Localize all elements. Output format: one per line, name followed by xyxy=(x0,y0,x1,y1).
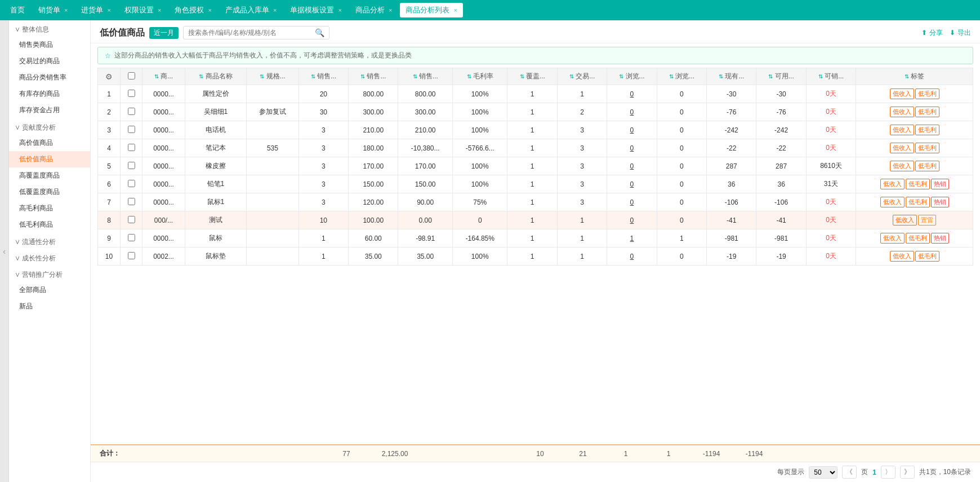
sidebar-item-低毛利商品[interactable]: 低毛利商品 xyxy=(9,216,90,233)
row-checkbox[interactable] xyxy=(128,108,135,115)
sidebar-item-新品[interactable]: 新品 xyxy=(9,298,90,315)
row-checkbox[interactable] xyxy=(128,180,135,187)
nav-close-icon[interactable]: × xyxy=(156,7,161,14)
col-header-sale_amount[interactable]: ⇅ 销售... xyxy=(349,68,398,85)
cell-view1[interactable]: 0 xyxy=(607,139,657,157)
search-box[interactable]: 🔍 xyxy=(183,26,329,39)
nav-close-icon[interactable]: × xyxy=(271,7,277,14)
cell-checkbox[interactable] xyxy=(120,193,142,211)
cell-checkbox[interactable] xyxy=(120,85,142,103)
cell-view1[interactable]: 0 xyxy=(607,193,657,211)
nav-item-首页[interactable]: 首页 xyxy=(5,3,30,17)
col-header-spec[interactable]: ⇅ 规格... xyxy=(247,68,299,85)
cell-view1[interactable]: 0 xyxy=(607,121,657,139)
col-header-saleable[interactable]: ⇅ 可销... xyxy=(806,68,856,85)
sidebar-item-库存资金占用[interactable]: 库存资金占用 xyxy=(9,102,90,118)
sidebar-item-高价值商品[interactable]: 高价值商品 xyxy=(9,135,90,151)
nav-item-进货单[interactable]: 进货单 × xyxy=(75,3,116,17)
nav-item-商品分析[interactable]: 商品分析 × xyxy=(350,3,398,17)
row-checkbox[interactable] xyxy=(128,234,135,241)
col-header-margin[interactable]: ⇅ 毛利率 xyxy=(452,68,507,85)
row-checkbox[interactable] xyxy=(128,144,135,151)
nav-close-icon[interactable]: × xyxy=(336,7,341,14)
col-header-current_stock[interactable]: ⇅ 现有... xyxy=(707,68,756,85)
cell-view1[interactable]: 0 xyxy=(607,103,657,121)
settings-icon[interactable]: ⚙ xyxy=(105,72,113,81)
nav-item-销货单[interactable]: 销货单 × xyxy=(33,3,73,17)
sidebar-item-交易过的商品[interactable]: 交易过的商品 xyxy=(9,53,90,69)
nav-item-角色授权[interactable]: 角色授权 × xyxy=(169,3,217,17)
nav-close-icon[interactable]: × xyxy=(206,7,211,14)
sidebar-item-销售类商品[interactable]: 销售类商品 xyxy=(9,37,90,53)
col-header-settings[interactable]: ⚙ xyxy=(98,68,121,85)
nav-item-权限设置[interactable]: 权限设置 × xyxy=(119,3,167,17)
search-input[interactable] xyxy=(188,29,313,37)
nav-close-icon[interactable]: × xyxy=(452,7,457,14)
sidebar-group[interactable]: ∨ 营销推广分析 xyxy=(9,266,90,282)
sidebar-group[interactable]: ∨ 流通性分析 xyxy=(9,233,90,249)
sidebar-collapse-btn[interactable]: ‹ xyxy=(0,20,9,482)
sidebar-item-高覆盖度商品[interactable]: 高覆盖度商品 xyxy=(9,167,90,184)
col-header-sale_qty[interactable]: ⇅ 销售... xyxy=(299,68,348,85)
col-header-checkbox[interactable] xyxy=(120,68,142,85)
row-checkbox[interactable] xyxy=(128,252,135,259)
sidebar-item-有库存的商品[interactable]: 有库存的商品 xyxy=(9,86,90,102)
cell-view1[interactable]: 0 xyxy=(607,175,657,193)
sidebar-item-商品分类销售率[interactable]: 商品分类销售率 xyxy=(9,69,90,86)
view1-link[interactable]: 0 xyxy=(630,108,634,116)
share-btn[interactable]: ⬆ 分享 xyxy=(921,28,943,38)
cell-checkbox[interactable] xyxy=(120,247,142,266)
row-checkbox[interactable] xyxy=(128,126,135,133)
view1-link[interactable]: 0 xyxy=(630,198,634,206)
view1-link[interactable]: 0 xyxy=(630,216,634,224)
per-page-select[interactable]: 50 100 200 xyxy=(809,466,838,479)
cell-checkbox[interactable] xyxy=(120,103,142,121)
view1-link[interactable]: 1 xyxy=(630,235,634,242)
cell-view1[interactable]: 0 xyxy=(607,211,657,229)
sidebar-item-低价值商品[interactable]: 低价值商品 xyxy=(9,151,90,167)
col-header-tags[interactable]: ⇅ 标签 xyxy=(856,68,973,85)
col-header-trade[interactable]: ⇅ 交易... xyxy=(557,68,607,85)
cell-checkbox[interactable] xyxy=(120,211,142,229)
col-header-view2[interactable]: ⇅ 浏览... xyxy=(657,68,706,85)
cell-view1[interactable]: 0 xyxy=(607,247,657,266)
sidebar-group[interactable]: ∨ 成长性分析 xyxy=(9,249,90,266)
cell-view1[interactable]: 0 xyxy=(607,157,657,175)
sidebar-group[interactable]: ∨ 贡献度分析 xyxy=(9,118,90,135)
col-header-view1[interactable]: ⇅ 浏览... xyxy=(607,68,657,85)
search-icon[interactable]: 🔍 xyxy=(315,28,324,37)
col-header-available[interactable]: ⇅ 可用... xyxy=(756,68,806,85)
row-checkbox[interactable] xyxy=(128,198,135,205)
last-page-btn[interactable]: 》 xyxy=(900,466,915,479)
nav-item-单据模板设置[interactable]: 单据模板设置 × xyxy=(284,3,347,17)
cell-view1[interactable]: 0 xyxy=(607,85,657,103)
cell-checkbox[interactable] xyxy=(120,121,142,139)
sidebar-item-全部商品[interactable]: 全部商品 xyxy=(9,282,90,298)
next-page-btn[interactable]: 〉 xyxy=(881,466,896,479)
cell-checkbox[interactable] xyxy=(120,157,142,175)
nav-close-icon[interactable]: × xyxy=(387,7,392,14)
view1-link[interactable]: 0 xyxy=(630,144,634,152)
col-header-code[interactable]: ⇅ 商... xyxy=(142,68,185,85)
view1-link[interactable]: 0 xyxy=(630,253,634,260)
sidebar-item-低覆盖度商品[interactable]: 低覆盖度商品 xyxy=(9,184,90,200)
nav-close-icon[interactable]: × xyxy=(63,7,68,14)
row-checkbox[interactable] xyxy=(128,162,135,169)
cell-checkbox[interactable] xyxy=(120,139,142,157)
filter-tag[interactable]: 近一月 xyxy=(149,27,179,39)
select-all-checkbox[interactable] xyxy=(128,72,135,79)
sidebar-group[interactable]: ∨ 整体信息 xyxy=(9,20,90,37)
cell-view1[interactable]: 1 xyxy=(607,229,657,247)
view1-link[interactable]: 0 xyxy=(630,90,634,98)
view1-link[interactable]: 0 xyxy=(630,180,634,188)
view1-link[interactable]: 0 xyxy=(630,162,634,170)
col-header-name[interactable]: ⇅ 商品名称 xyxy=(185,68,247,85)
cell-checkbox[interactable] xyxy=(120,175,142,193)
col-header-coverage[interactable]: ⇅ 覆盖... xyxy=(507,68,557,85)
export-btn[interactable]: ⬇ 导出 xyxy=(950,28,971,38)
nav-item-商品分析列表[interactable]: 商品分析列表 × xyxy=(400,3,462,17)
sidebar-item-高毛利商品[interactable]: 高毛利商品 xyxy=(9,200,90,216)
view1-link[interactable]: 0 xyxy=(630,126,634,134)
nav-close-icon[interactable]: × xyxy=(105,7,110,14)
row-checkbox[interactable] xyxy=(128,216,135,223)
